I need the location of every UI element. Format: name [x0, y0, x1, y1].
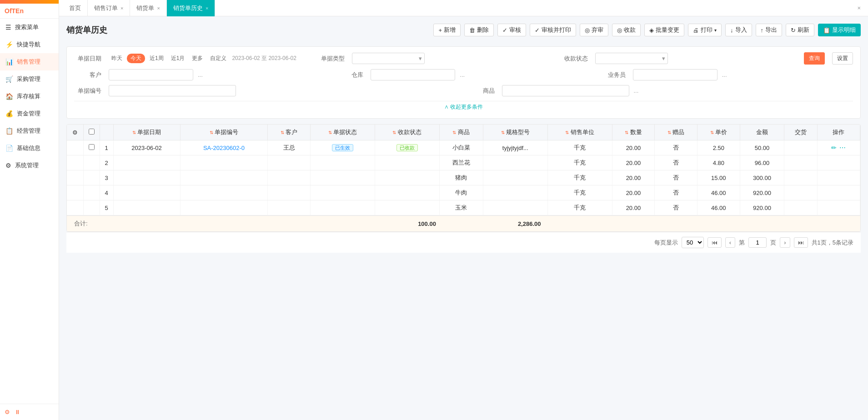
gift-sort-icon: ⇅	[667, 130, 671, 135]
td-doc-no[interactable]	[180, 200, 268, 215]
first-page-button[interactable]: ⏮	[707, 237, 722, 248]
next-page-button[interactable]: ›	[780, 237, 790, 248]
show-detail-button[interactable]: 📋 显示明细	[818, 24, 861, 36]
import-icon: ↓	[730, 27, 733, 34]
td-checkbox[interactable]	[83, 200, 100, 215]
sidebar-item-search-menu[interactable]: ☰ 搜索菜单	[0, 19, 59, 36]
td-spec: tyjyjtyjdf...	[483, 140, 547, 155]
td-row-no: 4	[100, 185, 113, 200]
sidebar-bottom: ⚙ ⏸	[0, 404, 59, 420]
inventory-icon: 🏠	[5, 93, 13, 100]
sidebar-item-sales-mgmt[interactable]: 📊 销售管理	[0, 53, 59, 70]
doc-type-select[interactable]	[352, 53, 425, 64]
sidebar-item-sys-mgmt[interactable]: ⚙ 系统管理	[0, 157, 59, 174]
customer-input[interactable]	[109, 69, 193, 80]
th-settings[interactable]: ⚙	[67, 125, 83, 140]
staff-dots[interactable]: ...	[720, 70, 729, 79]
th-unit-price[interactable]: ⇅ 单价	[697, 125, 740, 140]
staff-input[interactable]	[633, 69, 717, 80]
last30-shortcut[interactable]: 近1月	[168, 54, 188, 63]
td-checkbox[interactable]	[83, 170, 100, 185]
today-shortcut[interactable]: 今天	[127, 54, 145, 63]
td-checkbox[interactable]	[83, 140, 100, 155]
custom-shortcut[interactable]: 自定义	[207, 54, 229, 63]
tab-home[interactable]: 首页	[63, 0, 88, 16]
warehouse-dots[interactable]: ...	[458, 70, 467, 79]
sidebar-item-basic-info[interactable]: 📄 基础信息	[0, 140, 59, 157]
select-all-checkbox[interactable]	[89, 129, 95, 135]
sidebar-item-finance[interactable]: 💰 资金管理	[0, 105, 59, 122]
th-goods[interactable]: ⇅ 商品	[439, 125, 483, 140]
close-all-tabs[interactable]: ×	[853, 5, 864, 11]
tab-sales-history-close[interactable]: ×	[206, 5, 208, 11]
th-customer[interactable]: ⇅ 客户	[268, 125, 311, 140]
tab-sales-order-close[interactable]: ×	[120, 5, 123, 11]
more-shortcut[interactable]: 更多	[189, 54, 206, 63]
import-button[interactable]: ↓ 导入	[725, 24, 752, 36]
td-spec	[483, 185, 547, 200]
th-payment-status[interactable]: ⇅ 收款状态	[375, 125, 439, 140]
page-size-select[interactable]: 50	[682, 237, 704, 248]
total-qty: 100.00	[418, 220, 436, 227]
goods-input[interactable]	[502, 85, 629, 96]
edit-action[interactable]: ✏	[830, 144, 838, 151]
collect-button[interactable]: ◎ 收款	[612, 24, 641, 36]
batch-change-button[interactable]: ◈ 批量变更	[644, 24, 684, 36]
td-doc-no[interactable]: SA-20230602-0	[180, 140, 268, 155]
th-qty[interactable]: ⇅ 数量	[612, 125, 655, 140]
tab-sales-history[interactable]: 销货单历史 ×	[167, 0, 215, 16]
per-page-label: 每页显示	[654, 239, 678, 247]
add-button[interactable]: + 新增	[433, 24, 461, 36]
delete-button[interactable]: 🗑 删除	[464, 24, 494, 36]
td-doc-no[interactable]	[180, 170, 268, 185]
prev-page-button[interactable]: ‹	[725, 237, 735, 248]
th-doc-no[interactable]: ⇅ 单据编号	[180, 125, 268, 140]
th-doc-status[interactable]: ⇅ 单据状态	[311, 125, 375, 140]
goods-control: ...	[502, 85, 853, 96]
tab-sales-order[interactable]: 销售订单 ×	[88, 0, 130, 16]
td-trade	[784, 140, 817, 155]
payment-status-select[interactable]	[595, 53, 668, 64]
tab-sales-goods[interactable]: 销货单 ×	[130, 0, 166, 16]
abandon-icon: ◎	[585, 27, 590, 34]
th-doc-date[interactable]: ⇅ 单据日期	[113, 125, 180, 140]
sidebar-item-operations[interactable]: 📋 经营管理	[0, 122, 59, 140]
sidebar-gear-icon[interactable]: ⚙	[5, 409, 10, 415]
settings-button[interactable]: 设置	[832, 52, 853, 65]
doc-no-input[interactable]	[109, 85, 236, 96]
sidebar-pause-icon[interactable]: ⏸	[15, 409, 20, 415]
audit-print-button[interactable]: ✓ 审核并打印	[530, 24, 576, 36]
td-action	[817, 155, 860, 170]
footer-label: 合计:	[74, 220, 88, 228]
last-page-button[interactable]: ⏭	[794, 237, 808, 248]
abandon-button[interactable]: ◎ 弃审	[580, 24, 608, 36]
td-gear	[67, 200, 83, 215]
td-doc-no[interactable]	[180, 185, 268, 200]
td-doc-no[interactable]	[180, 155, 268, 170]
td-checkbox[interactable]	[83, 185, 100, 200]
yesterday-shortcut[interactable]: 昨天	[109, 54, 125, 63]
pagination: 每页显示 50 ⏮ ‹ 第 页 › ⏭ 共1页，5条记录	[66, 232, 861, 253]
refresh-button[interactable]: ↻ 刷新	[786, 24, 814, 36]
collapse-bar[interactable]: ∧ 收起更多条件	[74, 101, 853, 113]
tab-sales-goods-close[interactable]: ×	[157, 5, 160, 11]
query-button[interactable]: 查询	[804, 52, 825, 65]
more-action[interactable]: ⋯	[838, 144, 847, 151]
th-spec[interactable]: ⇅ 规格型号	[483, 125, 547, 140]
page-input[interactable]	[748, 237, 767, 248]
sidebar-item-inventory[interactable]: 🏠 库存核算	[0, 88, 59, 105]
th-unit[interactable]: ⇅ 销售单位	[547, 125, 612, 140]
sidebar-item-purchase-mgmt[interactable]: 🛒 采购管理	[0, 70, 59, 88]
goods-dots[interactable]: ...	[632, 86, 641, 95]
td-checkbox[interactable]	[83, 155, 100, 170]
th-gift[interactable]: ⇅ 赠品	[655, 125, 697, 140]
print-button[interactable]: 🖨 打印 ▾	[688, 24, 722, 36]
sidebar-item-quick-nav[interactable]: ⚡ 快捷导航	[0, 36, 59, 53]
customer-dots[interactable]: ...	[196, 70, 205, 79]
warehouse-input[interactable]	[371, 69, 455, 80]
export-button[interactable]: ↑ 导出	[756, 24, 783, 36]
last7-shortcut[interactable]: 近1周	[147, 54, 166, 63]
audit-button[interactable]: ✓ 审核	[497, 24, 526, 36]
td-gift: 否	[655, 170, 697, 185]
td-unit: 千克	[547, 170, 612, 185]
